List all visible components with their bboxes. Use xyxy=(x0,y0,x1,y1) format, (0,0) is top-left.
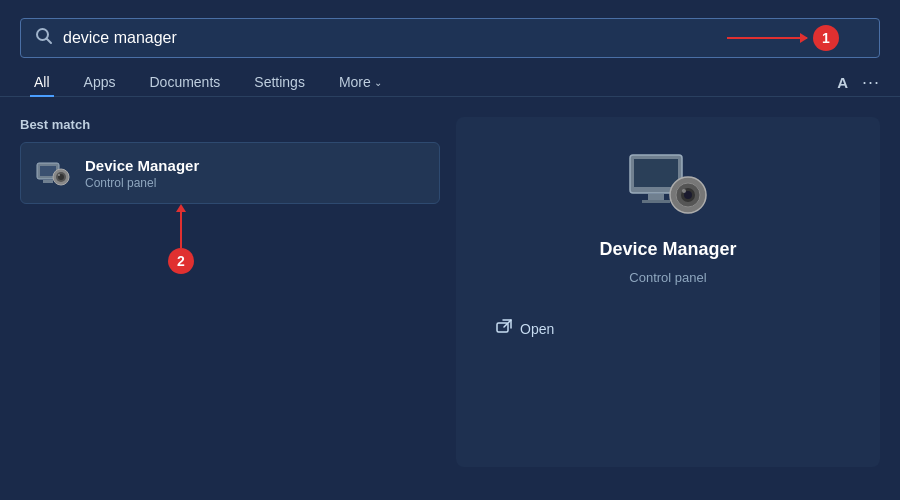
device-manager-large-icon xyxy=(628,147,708,219)
tab-all[interactable]: All xyxy=(20,68,64,96)
right-panel: Device Manager Control panel Open xyxy=(456,117,880,467)
annotation-2: 2 xyxy=(168,204,194,274)
svg-line-1 xyxy=(47,39,52,44)
tab-settings[interactable]: Settings xyxy=(240,68,319,96)
annotation-2-container: 2 xyxy=(20,204,440,284)
search-icon xyxy=(35,27,53,49)
device-manager-small-icon xyxy=(35,155,71,191)
svg-rect-10 xyxy=(634,159,678,187)
open-icon xyxy=(496,319,512,338)
nav-right-controls: A ··· xyxy=(837,73,880,91)
more-options-button[interactable]: ··· xyxy=(862,73,880,91)
result-item-title: Device Manager xyxy=(85,157,199,174)
svg-point-8 xyxy=(58,174,60,176)
best-match-label: Best match xyxy=(20,117,440,132)
svg-rect-11 xyxy=(648,194,664,200)
svg-rect-12 xyxy=(642,200,670,203)
open-button[interactable]: Open xyxy=(480,311,570,346)
az-sort-button[interactable]: A xyxy=(837,74,848,91)
tab-apps[interactable]: Apps xyxy=(70,68,130,96)
search-bar[interactable]: device manager 1 xyxy=(20,18,880,58)
svg-point-17 xyxy=(682,189,686,193)
result-item-subtitle: Control panel xyxy=(85,176,199,190)
svg-rect-4 xyxy=(43,180,53,183)
right-panel-subtitle: Control panel xyxy=(629,270,706,285)
result-item-text: Device Manager Control panel xyxy=(85,157,199,190)
chevron-down-icon: ⌄ xyxy=(374,77,382,88)
left-panel: Best match Device Manager Control xyxy=(20,117,440,467)
annotation-2-circle: 2 xyxy=(168,248,194,274)
open-label: Open xyxy=(520,321,554,337)
tab-more[interactable]: More ⌄ xyxy=(325,68,396,96)
main-content: Best match Device Manager Control xyxy=(0,97,900,487)
right-panel-title: Device Manager xyxy=(599,239,736,260)
result-item-device-manager[interactable]: Device Manager Control panel xyxy=(20,142,440,204)
tab-documents[interactable]: Documents xyxy=(135,68,234,96)
annotation-1: 1 xyxy=(813,25,839,51)
nav-tabs: All Apps Documents Settings More ⌄ A ··· xyxy=(0,58,900,97)
